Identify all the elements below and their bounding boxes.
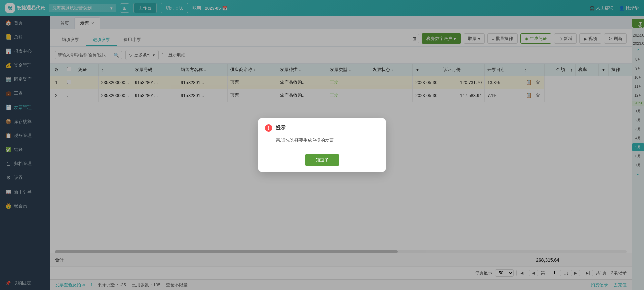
modal-message: 亲,请先选择要生成单据的发票!	[276, 138, 335, 143]
modal-confirm-button[interactable]: 知道了	[305, 154, 339, 166]
modal-header: ! 提示	[258, 118, 386, 136]
modal-body: 亲,请先选择要生成单据的发票!	[258, 136, 386, 151]
modal-overlay[interactable]: ! 提示 亲,请先选择要生成单据的发票! 知道了	[0, 0, 644, 290]
modal-box: ! 提示 亲,请先选择要生成单据的发票! 知道了	[258, 118, 386, 172]
modal-title: 提示	[276, 125, 286, 131]
modal-footer: 知道了	[258, 150, 386, 172]
warning-icon: !	[265, 124, 272, 132]
